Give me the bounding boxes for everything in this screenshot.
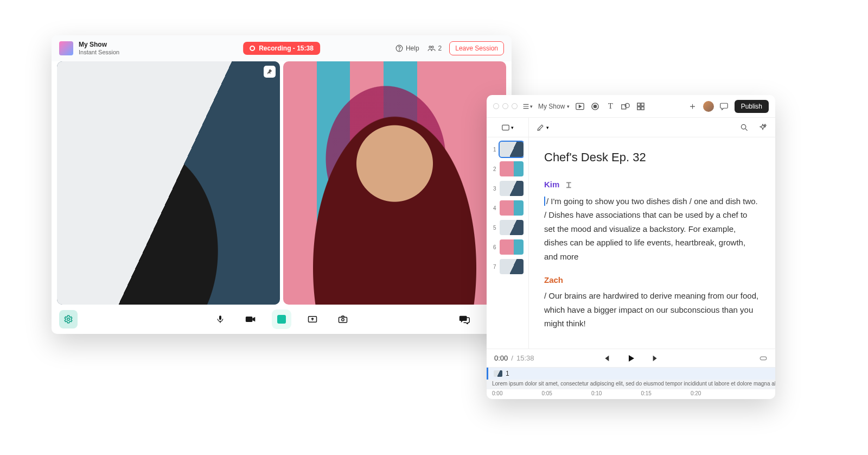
participant-count: 2	[438, 45, 442, 52]
editor-window: ▾ My Show ▾ T ＋ Publish	[487, 95, 775, 399]
playback-total-time: 15:38	[516, 354, 534, 362]
playback-current-time: 0:00	[494, 354, 508, 362]
comment-button[interactable]	[719, 102, 729, 111]
snapshot-button[interactable]	[334, 310, 352, 328]
people-icon	[427, 45, 436, 52]
timeline-clip[interactable]: 1	[487, 368, 775, 380]
recording-window: My Show Instant Session Recording - 15:3…	[52, 35, 512, 334]
document-tools: ▾	[529, 118, 775, 137]
svg-point-2	[429, 46, 431, 48]
layout-button[interactable]	[636, 102, 646, 111]
record-icon	[250, 46, 255, 51]
speaker-label-kim[interactable]: Kim Ꮖ	[544, 180, 760, 190]
window-traffic-lights[interactable]	[493, 103, 518, 109]
pen-icon	[537, 124, 544, 131]
shapes-button[interactable]	[621, 102, 630, 111]
media-button[interactable]	[575, 102, 585, 111]
recording-label: Recording - 15:38	[259, 45, 314, 52]
help-button[interactable]: Help	[395, 45, 419, 52]
participant-tile-2[interactable]	[283, 61, 506, 305]
show-logo	[59, 41, 73, 55]
ruler-tick: 0:15	[641, 390, 651, 398]
loop-button[interactable]	[759, 355, 768, 362]
ruler-tick: 0:20	[691, 390, 701, 398]
project-name: My Show	[538, 103, 565, 110]
next-button[interactable]	[652, 355, 659, 362]
record-button[interactable]	[590, 102, 600, 111]
scene-thumbnail	[500, 259, 524, 274]
project-dropdown[interactable]: My Show ▾	[538, 103, 570, 110]
svg-rect-20	[641, 106, 644, 109]
scene-thumbnail	[500, 181, 524, 196]
video-grid	[52, 61, 512, 305]
pin-button[interactable]	[264, 66, 276, 78]
timeline[interactable]: 1 Lorem ipsum dolor sit amet, consectetu…	[487, 367, 775, 399]
play-button[interactable]	[627, 354, 635, 363]
svg-rect-21	[502, 125, 508, 130]
leave-session-button[interactable]: Leave Session	[449, 41, 504, 55]
stop-record-button[interactable]	[272, 309, 291, 329]
participants[interactable]: 2	[427, 45, 442, 52]
ruler-tick: 0:10	[591, 390, 602, 398]
svg-rect-5	[219, 315, 221, 320]
recording-header: My Show Instant Session Recording - 15:3…	[52, 35, 512, 61]
scene-thumbnail	[500, 239, 524, 255]
header-right: Help 2 Leave Session	[395, 41, 504, 55]
scene-item[interactable]: 3	[492, 181, 524, 196]
help-label: Help	[406, 45, 419, 52]
prev-button[interactable]	[603, 355, 610, 362]
scene-item[interactable]: 5	[492, 220, 524, 235]
clip-index: 1	[506, 370, 509, 377]
settings-button[interactable]	[59, 310, 78, 328]
participant-tile-1[interactable]	[57, 61, 280, 305]
svg-rect-17	[637, 103, 640, 105]
svg-rect-19	[637, 106, 640, 109]
timeline-ruler: 0:00 0:05 0:10 0:15 0:20	[487, 389, 775, 399]
transcript-paragraph[interactable]: / I'm going to show you two dishes dish …	[544, 194, 760, 264]
scene-item[interactable]: 7	[492, 259, 524, 274]
svg-point-1	[399, 50, 399, 50]
chat-button[interactable]	[455, 310, 474, 328]
add-button[interactable]: ＋	[688, 102, 698, 111]
transcript-document[interactable]: Chef's Desk Ep. 32 Kim Ꮖ / I'm going to …	[529, 137, 775, 349]
recording-pill[interactable]: Recording - 15:38	[243, 42, 320, 55]
scene-item[interactable]: 2	[492, 161, 524, 176]
timeline-caption: Lorem ipsum dolor sit amet, consectetur …	[487, 380, 775, 389]
scene-rail: ▾ 1 2 3 4 5 6 7	[487, 118, 529, 349]
scene-item[interactable]: 4	[492, 200, 524, 216]
center-controls	[211, 309, 352, 329]
scene-thumbnail	[500, 142, 524, 157]
chevron-down-icon: ▾	[530, 104, 533, 109]
screenshare-button[interactable]	[303, 310, 322, 328]
svg-point-9	[342, 319, 344, 321]
scene-rail-header[interactable]: ▾	[487, 118, 528, 137]
editor-body: ▾ 1 2 3 4 5 6 7 ▾	[487, 118, 775, 349]
svg-point-4	[67, 318, 70, 321]
svg-rect-6	[246, 317, 253, 322]
user-avatar[interactable]	[703, 101, 714, 112]
help-icon	[395, 45, 403, 52]
text-button[interactable]: T	[605, 102, 615, 111]
edit-mode-dropdown[interactable]: ▾	[537, 124, 549, 131]
editor-toolbar: ▾ My Show ▾ T ＋ Publish	[487, 95, 775, 118]
recording-footer	[52, 305, 512, 334]
camera-button[interactable]	[241, 310, 260, 328]
transcript-paragraph[interactable]: / Our brains are hardwired to derive mea…	[544, 289, 760, 331]
speaker-label-zach[interactable]: Zach	[544, 275, 760, 285]
mic-button[interactable]	[211, 310, 229, 328]
publish-button[interactable]: Publish	[735, 100, 769, 113]
chevron-down-icon: ▾	[567, 104, 570, 109]
search-button[interactable]	[739, 123, 749, 132]
svg-rect-8	[339, 317, 347, 323]
chevron-down-icon: ▾	[511, 125, 514, 130]
scene-item[interactable]: 1	[492, 142, 524, 157]
document-title[interactable]: Chef's Desk Ep. 32	[544, 150, 760, 165]
chevron-down-icon: ▾	[546, 125, 549, 130]
sparkle-button[interactable]	[758, 123, 768, 132]
svg-point-3	[431, 46, 433, 48]
scene-list: 1 2 3 4 5 6 7	[492, 137, 524, 279]
svg-point-22	[741, 124, 745, 129]
scene-item[interactable]: 6	[492, 239, 524, 255]
session-subtitle: Instant Session	[79, 49, 119, 56]
menu-button[interactable]: ▾	[523, 102, 533, 111]
